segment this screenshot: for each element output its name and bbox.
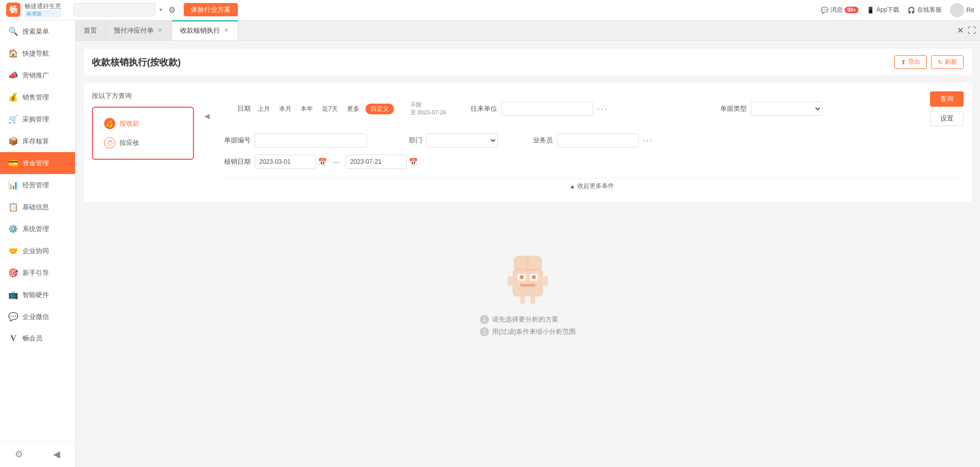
date-tab-more[interactable]: 更多 bbox=[344, 104, 362, 114]
online-service-button[interactable]: 🎧 在线客服 bbox=[908, 6, 942, 14]
sidebar-label: 畅会员 bbox=[22, 334, 42, 343]
sidebar-label: 经营管理 bbox=[22, 181, 49, 190]
tab-receipt-cancel[interactable]: 收款核销执行 ✕ bbox=[172, 20, 238, 40]
receipt-option-label: 按收款 bbox=[119, 119, 139, 128]
sidebar-item-system[interactable]: ⚙️ 系统管理 bbox=[0, 218, 75, 240]
partner-more-icon[interactable]: ··· bbox=[597, 104, 608, 114]
sidebar-settings-icon[interactable]: ⚙ bbox=[12, 446, 26, 463]
date-tab-7days[interactable]: 近7天 bbox=[319, 104, 341, 114]
empty-state: 1 请先选择要分析的方案 2 用[过滤]条件来缩小分析范围 bbox=[84, 210, 972, 377]
sidebar-item-cooperation[interactable]: 🤝 企业协同 bbox=[0, 240, 75, 262]
sidebar-label: 采购管理 bbox=[22, 115, 49, 124]
finance-icon: 💳 bbox=[8, 158, 18, 168]
export-button[interactable]: ⬆ 导出 bbox=[894, 55, 927, 69]
sidebar-item-operation[interactable]: 📊 经营管理 bbox=[0, 174, 75, 196]
collapse-more-button[interactable]: ▲ 收起更多条件 bbox=[220, 178, 964, 193]
cancel-date-end-input: 📅 bbox=[346, 155, 418, 169]
sidebar-item-finance[interactable]: 💳 资金管理 bbox=[0, 152, 75, 174]
user-profile[interactable]: Rit bbox=[950, 3, 974, 17]
tab-prepay-close-icon[interactable]: ✕ bbox=[157, 26, 163, 35]
guide-icon: 🎯 bbox=[8, 268, 18, 278]
main-layout: 🔍 搜索菜单 🏠 快捷导航 📣 营销推广 💰 销售管理 🛒 采购管理 📦 库存核… bbox=[0, 20, 980, 467]
filter-option-by-receipt[interactable]: 💰 按收款 bbox=[99, 114, 187, 133]
inventory-icon: 📦 bbox=[8, 136, 18, 146]
solution-button[interactable]: 体验行业方案 bbox=[184, 3, 238, 16]
date-tab-this-month[interactable]: 本月 bbox=[276, 104, 295, 114]
settings-button[interactable]: 设置 bbox=[930, 111, 964, 126]
cancel-date-end-field[interactable] bbox=[346, 155, 407, 169]
tab-close-all-icon[interactable]: ✕ bbox=[957, 26, 964, 35]
sidebar-label: 销售管理 bbox=[22, 93, 49, 102]
cancel-date-start-field[interactable] bbox=[255, 155, 316, 169]
empty-tip-2-text: 用[过滤]条件来缩小分析范围 bbox=[492, 327, 575, 336]
sidebar-item-smart-hw[interactable]: 📺 智能硬件 bbox=[0, 284, 75, 306]
sidebar-item-guide[interactable]: 🎯 新手引导 bbox=[0, 262, 75, 284]
username: Rit bbox=[966, 7, 974, 14]
dept-label: 部门 bbox=[391, 136, 422, 145]
date-no-limit: 不限 至 2023-07-26 bbox=[410, 101, 446, 116]
tab-receipt-cancel-close-icon[interactable]: ✕ bbox=[223, 26, 230, 35]
doc-no-input[interactable] bbox=[255, 133, 367, 148]
refresh-button[interactable]: ↻ 刷新 bbox=[931, 55, 964, 69]
sidebar-label: 企业协同 bbox=[22, 247, 49, 256]
salesperson-input[interactable] bbox=[557, 133, 639, 148]
date-tab-custom[interactable]: 自定义 bbox=[365, 104, 394, 114]
messages-badge: 99+ bbox=[845, 7, 859, 13]
sidebar-item-search-menu[interactable]: 🔍 搜索菜单 bbox=[0, 20, 75, 42]
tip-num-2: 2 bbox=[480, 327, 489, 336]
receivable-option-label: 按应收 bbox=[119, 138, 139, 148]
sidebar-item-inventory[interactable]: 📦 库存核算 bbox=[0, 130, 75, 152]
sidebar-item-sales[interactable]: 💰 销售管理 bbox=[0, 86, 75, 108]
query-button[interactable]: 查询 bbox=[930, 91, 964, 107]
doc-type-select[interactable] bbox=[751, 102, 822, 116]
tab-home[interactable]: 首页 bbox=[76, 20, 106, 40]
marketing-icon: 📣 bbox=[8, 70, 18, 80]
cancel-date-label: 核销日期 bbox=[220, 157, 251, 166]
tab-home-label: 首页 bbox=[84, 26, 97, 35]
dept-field: 部门 bbox=[391, 133, 498, 148]
filter-row-1: 日期 上月 本月 本年 近7天 更多 自定义 不限 bbox=[220, 91, 964, 126]
salesperson-more-icon[interactable]: ··· bbox=[643, 135, 653, 146]
date-tab-this-year[interactable]: 本年 bbox=[298, 104, 316, 114]
headset-icon: 🎧 bbox=[908, 7, 915, 14]
sidebar-item-enterprise-wx[interactable]: 💬 企业微信 bbox=[0, 306, 75, 328]
filter-option-by-receivable[interactable]: ⏱ 按应收 bbox=[99, 133, 187, 153]
tab-prepay[interactable]: 预付冲应付单 ✕ bbox=[106, 20, 172, 40]
calendar-start-icon[interactable]: 📅 bbox=[318, 158, 327, 166]
sidebar-item-marketing[interactable]: 📣 营销推广 bbox=[0, 64, 75, 86]
sidebar-item-basic-info[interactable]: 📋 基础信息 bbox=[0, 196, 75, 218]
topbar-left: 畅 畅捷通好生意 标准版 ▾ ⚙ 体验行业方案 bbox=[6, 3, 821, 17]
sidebar-label: 智能硬件 bbox=[22, 290, 49, 300]
empty-tips: 1 请先选择要分析的方案 2 用[过滤]条件来缩小分析范围 bbox=[480, 315, 575, 336]
sidebar-item-vip[interactable]: V 畅会员 bbox=[0, 328, 75, 349]
settings-gear-icon[interactable]: ⚙ bbox=[168, 5, 176, 15]
collapse-chevron-icon: ▲ bbox=[570, 183, 576, 190]
sidebar-label: 营销推广 bbox=[22, 71, 49, 80]
filter-collapse-arrow-icon[interactable]: ◀ bbox=[202, 110, 212, 122]
page-title: 收款核销执行(按收款) bbox=[92, 56, 181, 68]
receipt-option-icon: 💰 bbox=[104, 118, 115, 129]
messages-button[interactable]: 💬 消息 99+ bbox=[821, 6, 859, 14]
tab-maximize-icon[interactable]: ⛶ bbox=[968, 26, 976, 35]
svg-rect-7 bbox=[543, 276, 548, 286]
sidebar-item-purchase[interactable]: 🛒 采购管理 bbox=[0, 108, 75, 130]
filter-right: 日期 上月 本月 本年 近7天 更多 自定义 不限 bbox=[220, 91, 964, 193]
cancel-date-start-input: 📅 bbox=[255, 155, 327, 169]
app-download-button[interactable]: 📱 App下载 bbox=[867, 6, 899, 14]
sidebar-collapse-icon[interactable]: ◀ bbox=[50, 446, 63, 463]
svg-rect-8 bbox=[520, 296, 525, 305]
empty-tip-1: 1 请先选择要分析的方案 bbox=[480, 315, 575, 324]
doc-no-field: 单据编号 bbox=[220, 133, 367, 148]
empty-tip-2: 2 用[过滤]条件来缩小分析范围 bbox=[480, 327, 575, 336]
dropdown-chevron-icon[interactable]: ▾ bbox=[159, 6, 162, 13]
filter-row-2: 单据编号 部门 业务员 ··· bbox=[220, 133, 964, 148]
tab-bar: 首页 预付冲应付单 ✕ 收款核销执行 ✕ ✕ ⛶ bbox=[76, 20, 980, 41]
dept-select[interactable] bbox=[426, 133, 498, 148]
basic-info-icon: 📋 bbox=[8, 202, 18, 212]
partner-input[interactable] bbox=[501, 102, 593, 116]
date-tab-last-month[interactable]: 上月 bbox=[255, 104, 273, 114]
sidebar-item-quick-nav[interactable]: 🏠 快捷导航 bbox=[0, 42, 75, 64]
calendar-end-icon[interactable]: 📅 bbox=[409, 158, 418, 166]
search-box[interactable] bbox=[74, 3, 155, 16]
export-icon: ⬆ bbox=[901, 59, 906, 66]
